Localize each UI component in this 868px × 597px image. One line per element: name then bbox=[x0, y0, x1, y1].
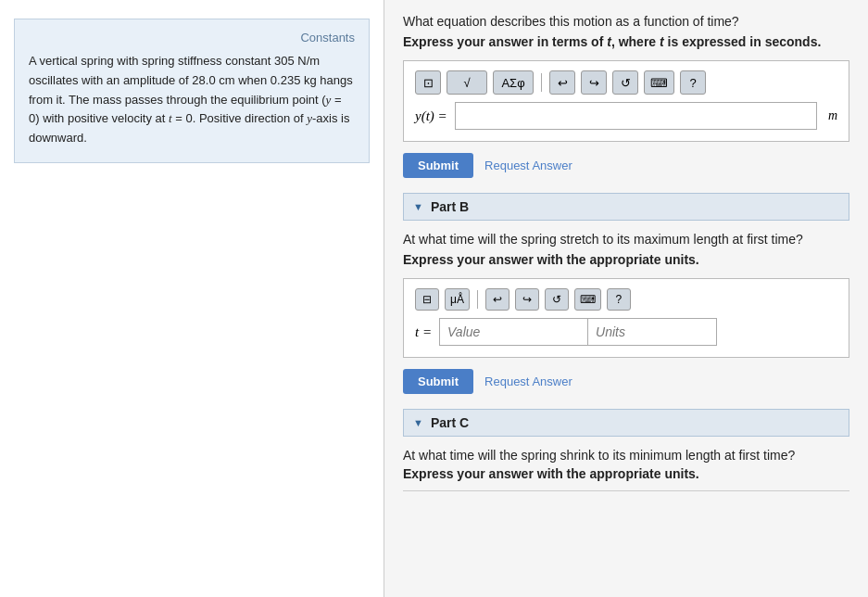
part-a-express: Express your answer in terms of t, where… bbox=[403, 34, 849, 49]
right-panel: What equation describes this motion as a… bbox=[384, 0, 868, 597]
redo-icon: ↪ bbox=[589, 76, 599, 90]
part-b-undo-button[interactable]: ↩ bbox=[485, 288, 509, 311]
part-b-keyboard-icon: ⌨ bbox=[580, 293, 596, 306]
part-b-sep-1 bbox=[477, 290, 478, 309]
part-b-refresh-icon: ↺ bbox=[552, 293, 561, 306]
part-b-actions: Submit Request Answer bbox=[403, 369, 849, 394]
part-b-split-inputs bbox=[439, 318, 717, 346]
toolbar-sep-1 bbox=[541, 73, 542, 92]
part-b-units-input[interactable] bbox=[587, 318, 717, 346]
redo-button[interactable]: ↪ bbox=[581, 70, 607, 95]
symbol-button[interactable]: ΑΣφ bbox=[493, 70, 534, 95]
part-b-matrix-icon: ⊟ bbox=[422, 293, 432, 306]
help-icon: ? bbox=[689, 76, 696, 90]
part-c-section: At what time will the spring shrink to i… bbox=[403, 448, 849, 491]
part-a-input-row: y(t) = m bbox=[415, 102, 837, 130]
keyboard-button[interactable]: ⌨ bbox=[644, 70, 674, 95]
sqrt-button[interactable]: √ bbox=[447, 70, 487, 95]
constants-title: Constants bbox=[29, 31, 355, 44]
part-b-redo-button[interactable]: ↪ bbox=[515, 288, 539, 311]
part-b-question: At what time will the spring stretch to … bbox=[403, 232, 849, 247]
part-c-express: Express your answer with the appropriate… bbox=[403, 466, 849, 481]
part-a-input[interactable] bbox=[455, 102, 817, 130]
part-a-eq-label: y(t) = bbox=[415, 108, 447, 124]
part-b-refresh-button[interactable]: ↺ bbox=[545, 288, 569, 311]
part-a-actions: Submit Request Answer bbox=[403, 153, 849, 178]
part-c-title: Part C bbox=[431, 415, 469, 430]
part-b-eq-label: t = bbox=[415, 324, 432, 340]
part-b-request[interactable]: Request Answer bbox=[484, 375, 572, 388]
part-b-toolbar: ⊟ μÅ ↩ ↪ ↺ ⌨ ? bbox=[415, 288, 837, 311]
constants-box: Constants A vertical spring with spring … bbox=[14, 19, 370, 163]
part-c-header[interactable]: ▼ Part C bbox=[403, 409, 849, 437]
part-b-redo-icon: ↪ bbox=[522, 293, 532, 306]
part-a-toolbar: ⊡ √ ΑΣφ ↩ ↪ ↺ ⌨ ? bbox=[415, 70, 837, 95]
part-b-help-icon: ? bbox=[616, 293, 623, 306]
part-c-question: At what time will the spring shrink to i… bbox=[403, 448, 849, 463]
matrix-button[interactable]: ⊡ bbox=[415, 70, 441, 95]
help-button[interactable]: ? bbox=[680, 70, 706, 95]
part-b-value-input[interactable] bbox=[439, 318, 587, 346]
part-b-help-button[interactable]: ? bbox=[607, 288, 631, 311]
part-b-keyboard-button[interactable]: ⌨ bbox=[574, 288, 601, 311]
part-b-mu-icon: μÅ bbox=[450, 293, 464, 306]
part-a-unit: m bbox=[828, 108, 837, 123]
matrix-icon: ⊡ bbox=[423, 76, 434, 90]
part-c-bottom-line bbox=[403, 490, 849, 491]
part-a-question: What equation describes this motion as a… bbox=[403, 14, 849, 29]
undo-button[interactable]: ↩ bbox=[549, 70, 575, 95]
part-c-arrow: ▼ bbox=[413, 417, 423, 428]
undo-icon: ↩ bbox=[558, 76, 568, 90]
part-a-request[interactable]: Request Answer bbox=[484, 159, 572, 172]
part-b-input-row: t = bbox=[415, 318, 837, 346]
part-b-title: Part B bbox=[431, 199, 469, 214]
part-a-answer-container: ⊡ √ ΑΣφ ↩ ↪ ↺ ⌨ ? bbox=[403, 60, 849, 142]
part-b-express: Express your answer with the appropriate… bbox=[403, 252, 849, 267]
symbol-icon: ΑΣφ bbox=[501, 76, 524, 90]
part-b-mu-button[interactable]: μÅ bbox=[445, 288, 470, 311]
part-b-submit[interactable]: Submit bbox=[403, 369, 473, 394]
part-b-answer-container: ⊟ μÅ ↩ ↪ ↺ ⌨ ? t = bbox=[403, 278, 849, 358]
refresh-icon: ↺ bbox=[621, 76, 631, 90]
part-b-arrow: ▼ bbox=[413, 201, 423, 212]
part-b-matrix-button[interactable]: ⊟ bbox=[415, 288, 439, 311]
keyboard-icon: ⌨ bbox=[650, 76, 668, 90]
left-panel: Constants A vertical spring with spring … bbox=[0, 0, 384, 597]
sqrt-icon: √ bbox=[463, 76, 470, 90]
refresh-button[interactable]: ↺ bbox=[612, 70, 638, 95]
part-a-submit[interactable]: Submit bbox=[403, 153, 473, 178]
problem-text: A vertical spring with spring stiffness … bbox=[29, 52, 355, 148]
part-b-undo-icon: ↩ bbox=[493, 293, 502, 306]
part-b-header[interactable]: ▼ Part B bbox=[403, 193, 849, 221]
